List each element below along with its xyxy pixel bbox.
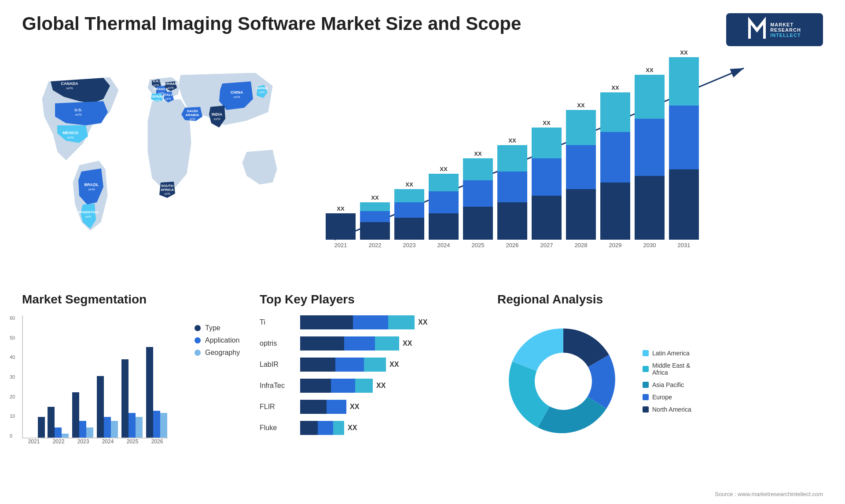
seg-x-labels: 2021 2022 2023 2024 2025 2026 <box>22 438 168 445</box>
seg-bar-2021 <box>23 314 45 438</box>
seg-bar-2026 <box>146 347 168 438</box>
players-section: Top Key Players Ti XX optris <box>260 292 480 486</box>
player-row-ti: Ti XX <box>260 315 480 329</box>
player-name-infratec: InfraTec <box>260 382 295 390</box>
svg-text:SAUDI: SAUDI <box>187 109 198 113</box>
page-header: Global Thermal Imaging Software Market S… <box>0 0 845 55</box>
regional-label-europe: Europe <box>652 394 672 401</box>
svg-text:xx%: xx% <box>88 187 95 191</box>
svg-text:xx%: xx% <box>153 84 159 87</box>
player-bar-labir: XX <box>300 358 480 372</box>
svg-text:xx%: xx% <box>67 135 73 139</box>
svg-text:BRAZIL: BRAZIL <box>84 183 99 187</box>
player-xx-fluke: XX <box>348 424 357 432</box>
regional-legend: Latin America Middle East &Africa Asia P… <box>643 350 691 413</box>
svg-point-35 <box>535 353 592 410</box>
players-list: Ti XX optris <box>260 315 480 435</box>
regional-legend-na: North America <box>643 406 691 413</box>
bottom-content: Market Segmentation 0 10 20 30 40 50 60 <box>0 284 845 495</box>
bar-2026: XX 2026 <box>497 137 527 248</box>
svg-text:SPAIN: SPAIN <box>152 95 162 99</box>
regional-label-na: North America <box>652 406 691 413</box>
segmentation-section: Market Segmentation 0 10 20 30 40 50 60 <box>22 292 242 486</box>
logo-text: MARKET RESEARCH INTELLECT <box>770 22 801 38</box>
svg-text:xx%: xx% <box>85 215 91 218</box>
bar-chart-container: XX 2021 XX 2022 <box>321 59 823 262</box>
player-name-fluke: Fluke <box>260 424 295 432</box>
svg-text:CHINA: CHINA <box>231 90 243 95</box>
seg-bar-2022 <box>48 407 70 438</box>
svg-text:xx%: xx% <box>165 97 171 100</box>
main-content: CANADA xx% U.S. xx% MEXICO xx% BRAZIL xx… <box>0 55 845 284</box>
svg-text:xx%: xx% <box>75 113 81 117</box>
svg-text:xx%: xx% <box>213 117 220 121</box>
svg-text:GERMANY: GERMANY <box>162 82 180 86</box>
player-bar-infratec: XX <box>300 379 480 393</box>
player-xx-labir: XX <box>389 361 399 369</box>
world-map-svg: CANADA xx% U.S. xx% MEXICO xx% BRAZIL xx… <box>22 55 304 257</box>
regional-label-mea: Middle East &Africa <box>652 362 690 376</box>
latin-dot <box>643 350 649 356</box>
geography-dot <box>195 350 201 356</box>
application-dot <box>195 337 201 343</box>
player-bar-fluke: XX <box>300 421 480 435</box>
player-xx-infratec: XX <box>376 382 386 390</box>
seg-chart-and-legend: 0 10 20 30 40 50 60 <box>22 315 242 445</box>
svg-text:xx%: xx% <box>259 91 265 94</box>
player-row-labir: LabIR XX <box>260 358 480 372</box>
regional-label-latin: Latin America <box>652 350 690 357</box>
svg-text:INDIA: INDIA <box>212 112 223 117</box>
player-row-fluke: Fluke XX <box>260 421 480 435</box>
svg-text:ARABIA: ARABIA <box>185 113 199 117</box>
bars-container: XX 2021 XX 2022 <box>321 59 823 248</box>
seg-bar-2023 <box>72 392 94 438</box>
svg-text:ARGENTINA: ARGENTINA <box>77 210 99 214</box>
logo-box: MARKET RESEARCH INTELLECT <box>726 13 823 46</box>
svg-marker-0 <box>748 17 766 39</box>
bar-2022: XX 2022 <box>360 194 390 248</box>
seg-bar-2025 <box>121 359 143 438</box>
bar-2028: XX 2028 <box>566 102 596 248</box>
regional-legend-europe: Europe <box>643 394 691 401</box>
svg-text:xx%: xx% <box>154 99 160 102</box>
regional-legend-latin: Latin America <box>643 350 691 357</box>
seg-y-axis: 0 10 20 30 40 50 60 <box>10 315 15 438</box>
map-section: CANADA xx% U.S. xx% MEXICO xx% BRAZIL xx… <box>22 55 304 284</box>
svg-text:xx%: xx% <box>66 86 73 90</box>
bar-chart-section: XX 2021 XX 2022 <box>321 55 823 284</box>
regional-legend-mea: Middle East &Africa <box>643 362 691 376</box>
seg-bars <box>22 315 168 438</box>
player-name-labir: LabIR <box>260 361 295 369</box>
donut-chart-svg <box>497 315 629 447</box>
regional-chart: Latin America Middle East &Africa Asia P… <box>497 315 823 447</box>
legend-label-geography: Geography <box>205 349 240 357</box>
bar-2027: XX 2027 <box>532 120 562 248</box>
svg-text:U.S.: U.S. <box>74 108 82 112</box>
bar-2030: XX 2030 <box>635 67 665 248</box>
bar-2031: XX 2031 <box>669 49 699 248</box>
player-name-flir: FLIR <box>260 403 295 411</box>
player-row-flir: FLIR XX <box>260 400 480 414</box>
seg-chart-area: 0 10 20 30 40 50 60 <box>22 315 168 445</box>
legend-item-type: Type <box>195 324 240 332</box>
na-dot <box>643 406 649 413</box>
player-xx-optris: XX <box>403 340 412 347</box>
svg-text:ITALY: ITALY <box>163 93 173 97</box>
source-text: Source : www.marketresearchintellect.com <box>715 491 823 497</box>
player-xx-flir: XX <box>350 403 359 411</box>
legend-label-application: Application <box>205 336 239 344</box>
svg-text:xx%: xx% <box>189 117 195 121</box>
player-row-optris: optris XX <box>260 336 480 351</box>
legend-label-type: Type <box>205 324 220 332</box>
svg-text:AFRICA: AFRICA <box>161 188 174 192</box>
svg-text:xx%: xx% <box>164 192 170 195</box>
seg-bar-2024 <box>97 376 119 438</box>
segmentation-title: Market Segmentation <box>22 292 242 307</box>
bar-2029: XX 2029 <box>600 84 630 248</box>
bar-2024: XX 2024 <box>429 166 459 248</box>
svg-text:U.K.: U.K. <box>153 79 160 83</box>
player-name-ti: Ti <box>260 318 295 326</box>
player-xx-ti: XX <box>418 318 427 326</box>
regional-section: Regional Analysis Lati <box>497 292 823 486</box>
player-bar-ti: XX <box>300 315 480 329</box>
